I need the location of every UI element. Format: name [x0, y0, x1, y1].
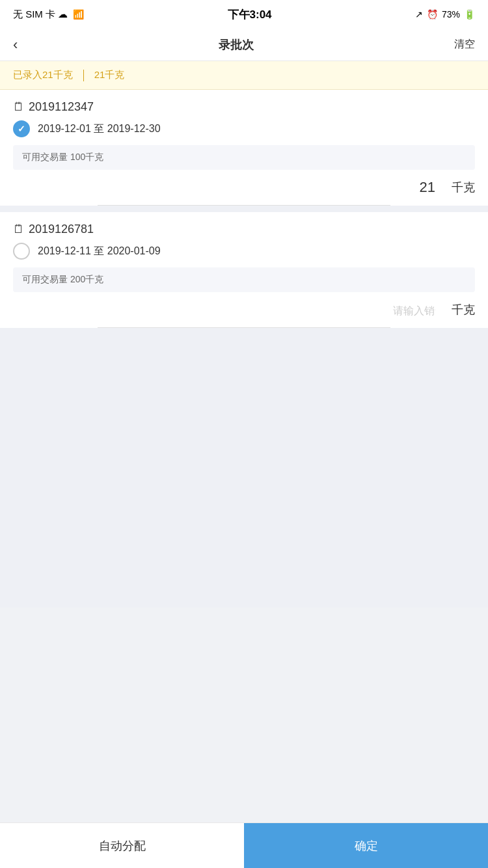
confirm-label: 确定	[355, 838, 378, 854]
section-separator	[0, 206, 488, 212]
radio-1[interactable]	[13, 120, 30, 137]
radio-2[interactable]	[13, 243, 30, 260]
unit-label-2: 千克	[452, 302, 475, 318]
nav-bar: ‹ 录批次 清空	[0, 29, 488, 61]
auto-distribute-label: 自动分配	[99, 838, 146, 854]
batch-id-1: 2019112347	[29, 100, 94, 114]
back-button[interactable]: ‹	[13, 36, 18, 53]
content-area: 🗒 2019112347 2019-12-01 至 2019-12-30 可用交…	[0, 90, 488, 608]
alarm-icon: ⏰	[427, 9, 438, 20]
wifi-icon: 📶	[73, 9, 84, 20]
available-box-2: 可用交易量 200千克	[13, 267, 475, 292]
status-time: 下午3:04	[228, 7, 272, 22]
batch-date-row-1: 2019-12-01 至 2019-12-30	[13, 120, 475, 137]
batch-date-1: 2019-12-01 至 2019-12-30	[38, 122, 161, 136]
battery-label: 73%	[442, 9, 460, 20]
auto-distribute-button[interactable]: 自动分配	[0, 823, 244, 868]
unit-label-1: 千克	[452, 180, 475, 195]
batch-icon-1: 🗒	[13, 100, 25, 114]
sim-label: 无 SIM 卡 ☁	[13, 8, 68, 21]
empty-area	[0, 328, 488, 608]
batch-icon-2: 🗒	[13, 223, 25, 236]
page-title: 录批次	[219, 37, 254, 53]
confirm-button[interactable]: 确定	[244, 823, 488, 868]
status-right: ↗ ⏰ 73% 🔋	[415, 9, 475, 20]
battery-icon: 🔋	[464, 9, 475, 20]
batch-id-2: 2019126781	[29, 223, 94, 236]
available-text-1: 可用交易量 100千克	[22, 152, 103, 162]
batch-id-row-2: 🗒 2019126781	[13, 223, 475, 236]
quantity-input-2[interactable]	[393, 301, 445, 318]
clear-button[interactable]: 清空	[454, 38, 475, 51]
batch-item-2: 🗒 2019126781 2019-12-11 至 2020-01-09 可用交…	[0, 212, 488, 292]
quantity-row-2: 千克	[0, 292, 488, 327]
footer: 自动分配 确定	[0, 822, 488, 868]
status-bar: 无 SIM 卡 ☁ 📶 下午3:04 ↗ ⏰ 73% 🔋	[0, 0, 488, 29]
location-icon: ↗	[415, 9, 423, 20]
batch-date-row-2: 2019-12-11 至 2020-01-09	[13, 243, 475, 260]
quantity-row-1: 千克	[0, 170, 488, 205]
batch-date-2: 2019-12-11 至 2020-01-09	[38, 245, 161, 258]
recorded-label: 已录入21千克	[13, 69, 73, 81]
available-text-2: 可用交易量 200千克	[22, 274, 103, 284]
status-left: 无 SIM 卡 ☁ 📶	[13, 8, 84, 21]
batch-id-row-1: 🗒 2019112347	[13, 100, 475, 114]
quantity-input-1[interactable]	[393, 179, 445, 196]
banner-divider	[83, 70, 84, 81]
info-banner: 已录入21千克 21千克	[0, 61, 488, 90]
batch-item-1: 🗒 2019112347 2019-12-01 至 2019-12-30 可用交…	[0, 90, 488, 170]
recorded-value: 21千克	[94, 69, 125, 81]
available-box-1: 可用交易量 100千克	[13, 145, 475, 170]
